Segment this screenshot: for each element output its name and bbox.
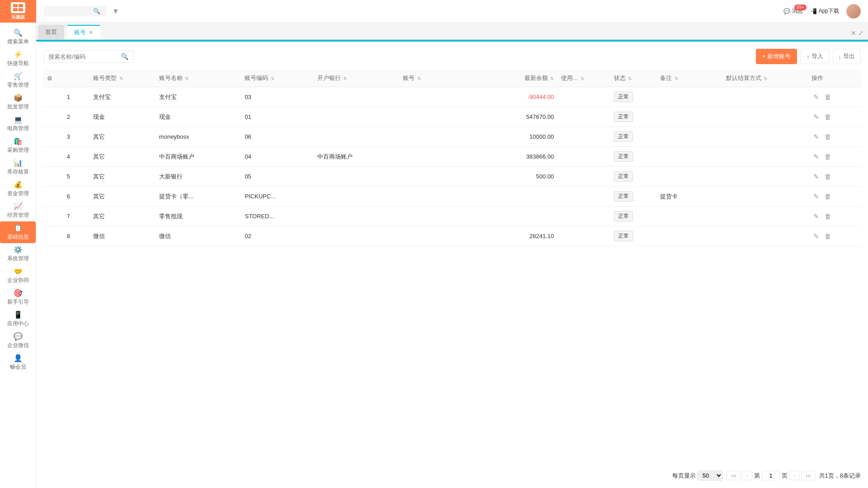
prev-page-button[interactable]: ‹ bbox=[742, 471, 752, 480]
last-page-button[interactable]: ⏭ bbox=[802, 471, 816, 480]
table-row: 6 其它 提货卡（零... PICKUPC... 正常 提货卡 ✎ 🗑 bbox=[43, 187, 861, 206]
system-mgmt-icon: ⚙️ bbox=[14, 245, 23, 254]
delete-button[interactable]: 🗑 bbox=[823, 231, 833, 241]
cell-num: 2 bbox=[63, 107, 90, 127]
sidebar-item-label: 电商管理 bbox=[7, 125, 29, 132]
edit-button[interactable]: ✎ bbox=[811, 172, 821, 182]
cell-balance: 383866.00 bbox=[478, 147, 557, 167]
add-account-button[interactable]: + 新增账号 bbox=[756, 49, 797, 64]
delete-button[interactable]: 🗑 bbox=[823, 172, 833, 181]
search-input[interactable] bbox=[48, 53, 121, 60]
col-header-balance[interactable]: 最新余额 ⇅ bbox=[478, 70, 557, 87]
sort-balance-icon: ⇅ bbox=[550, 76, 554, 81]
status-badge: 正常 bbox=[614, 191, 633, 202]
import-label: 导入 bbox=[811, 52, 823, 61]
cell-default-payment bbox=[722, 87, 808, 107]
sidebar-item-purchase-mgmt[interactable]: 🛍️ 采购管理 bbox=[0, 135, 36, 156]
toolbar: 🔍 + 新增账号 ↑ 导入 ↓ 导出 bbox=[43, 49, 861, 64]
search-menu-icon: 🔍 bbox=[14, 28, 23, 37]
edit-button[interactable]: ✎ bbox=[811, 132, 821, 142]
search-box[interactable]: 🔍 bbox=[43, 50, 134, 63]
topbar-search-box[interactable]: 🔍 bbox=[43, 6, 107, 16]
delete-button[interactable]: 🗑 bbox=[823, 152, 833, 161]
edit-button[interactable]: ✎ bbox=[811, 92, 821, 102]
table-row: 7 其它 零售抵现 STORED... 正常 ✎ 🗑 bbox=[43, 206, 861, 226]
topbar-search-input[interactable] bbox=[48, 8, 93, 14]
edit-button[interactable]: ✎ bbox=[811, 192, 821, 202]
cell-status: 正常 bbox=[610, 87, 656, 107]
tab-home[interactable]: 首页 bbox=[38, 25, 64, 39]
sidebar-item-label: 企业微信 bbox=[7, 342, 29, 349]
sidebar-item-inventory-check[interactable]: 📊 库存核算 bbox=[0, 156, 36, 178]
col-header-account[interactable]: 账号 ⇅ bbox=[399, 70, 478, 87]
sidebar-item-capital-mgmt[interactable]: 💰 资金管理 bbox=[0, 178, 36, 200]
delete-button[interactable]: 🗑 bbox=[823, 192, 833, 201]
dropdown-arrow-icon[interactable]: ▼ bbox=[112, 7, 119, 15]
cell-use bbox=[557, 226, 610, 246]
col-header-status[interactable]: 状态 ⇅ bbox=[610, 70, 656, 87]
sidebar-item-member[interactable]: 👤 畅会员 bbox=[0, 352, 36, 373]
col-header-name[interactable]: 账号名称 ⇅ bbox=[156, 70, 241, 87]
cell-settings bbox=[43, 206, 63, 226]
col-header-bank[interactable]: 开户银行 ⇅ bbox=[314, 70, 400, 87]
sidebar-item-app-center[interactable]: 📱 应用中心 bbox=[0, 308, 36, 330]
col-header-remark[interactable]: 备注 ⇅ bbox=[656, 70, 722, 87]
import-button[interactable]: ↑ 导入 bbox=[801, 49, 829, 64]
app-download-button[interactable]: 📲 App下载 bbox=[810, 7, 839, 15]
export-button[interactable]: ↓ 导出 bbox=[833, 49, 861, 64]
message-icon: 💬 bbox=[783, 8, 790, 14]
tab-close-icon[interactable]: ✕ bbox=[89, 30, 93, 35]
sidebar-item-retail-mgmt[interactable]: 🛒 零售管理 bbox=[0, 70, 36, 91]
delete-button[interactable]: 🗑 bbox=[823, 132, 833, 141]
sidebar-item-ecommerce-mgmt[interactable]: 💻 电商管理 bbox=[0, 113, 36, 135]
cell-account bbox=[399, 187, 478, 206]
toolbar-buttons: + 新增账号 ↑ 导入 ↓ 导出 bbox=[756, 49, 861, 64]
col-header-type[interactable]: 账号类型 ⇅ bbox=[90, 70, 156, 87]
col-header-default-payment[interactable]: 默认结算方式 ⇅ bbox=[722, 70, 808, 87]
sidebar-item-wholesale-mgmt[interactable]: 📦 批发管理 bbox=[0, 91, 36, 113]
cell-type: 支付宝 bbox=[90, 87, 156, 107]
col-header-settings[interactable]: ⚙ bbox=[43, 70, 63, 87]
cell-code: 04 bbox=[241, 147, 313, 167]
cell-type: 其它 bbox=[90, 147, 156, 167]
wholesale-mgmt-icon: 📦 bbox=[14, 94, 23, 102]
sidebar-item-basic-info[interactable]: 📋 基础信息 bbox=[0, 221, 36, 243]
cell-default-payment bbox=[722, 167, 808, 187]
sidebar-item-search-menu[interactable]: 🔍 搜索菜单 bbox=[0, 26, 36, 48]
expand-window-button[interactable]: ⤢ bbox=[857, 28, 864, 38]
sidebar-item-system-mgmt[interactable]: ⚙️ 系统管理 bbox=[0, 243, 36, 265]
sidebar-item-label: 资金管理 bbox=[7, 190, 29, 197]
next-page-button[interactable]: › bbox=[789, 471, 799, 480]
sidebar-item-enterprise-wechat[interactable]: 💬 企业微信 bbox=[0, 330, 36, 352]
page-size-select[interactable]: 50 10 20 100 bbox=[698, 470, 723, 481]
first-page-button[interactable]: ⏮ bbox=[726, 471, 741, 480]
cell-code: 03 bbox=[241, 87, 313, 107]
cell-remark bbox=[656, 206, 722, 226]
cell-settings bbox=[43, 167, 63, 187]
edit-button[interactable]: ✎ bbox=[811, 112, 821, 122]
user-avatar[interactable] bbox=[846, 4, 861, 19]
delete-button[interactable]: 🗑 bbox=[823, 92, 833, 102]
page-number-input[interactable] bbox=[762, 471, 780, 480]
delete-button[interactable]: 🗑 bbox=[823, 211, 833, 221]
delete-button[interactable]: 🗑 bbox=[823, 112, 833, 122]
cell-balance bbox=[478, 187, 557, 206]
tab-window-actions: ✕ ⤢ bbox=[101, 28, 868, 39]
close-window-button[interactable]: ✕ bbox=[850, 28, 857, 38]
sidebar-item-enterprise-agreement[interactable]: 🤝 企业协同 bbox=[0, 265, 36, 286]
sidebar-item-label: 畅会员 bbox=[10, 363, 26, 371]
sidebar-item-business-mgmt[interactable]: 📈 经营管理 bbox=[0, 200, 36, 221]
edit-button[interactable]: ✎ bbox=[811, 152, 821, 162]
cell-num: 8 bbox=[63, 226, 90, 246]
edit-button[interactable]: ✎ bbox=[811, 231, 821, 241]
sidebar-item-quick-nav[interactable]: ⚡ 快捷导航 bbox=[0, 48, 36, 70]
message-button[interactable]: 💬 消息 99+ bbox=[783, 7, 803, 15]
col-status-label: 状态 bbox=[614, 75, 626, 81]
edit-button[interactable]: ✎ bbox=[811, 211, 821, 221]
col-header-code[interactable]: 账号编码 ⇅ bbox=[241, 70, 313, 87]
sidebar-item-new-guide[interactable]: 🎯 新手引导 bbox=[0, 286, 36, 308]
cell-account bbox=[399, 87, 478, 107]
table-row: 3 其它 moneybosx 06 10000.00 正常 ✎ 🗑 bbox=[43, 127, 861, 147]
col-header-use[interactable]: 使用... ⇅ bbox=[557, 70, 610, 87]
tab-account[interactable]: 账号 ✕ bbox=[67, 25, 100, 39]
